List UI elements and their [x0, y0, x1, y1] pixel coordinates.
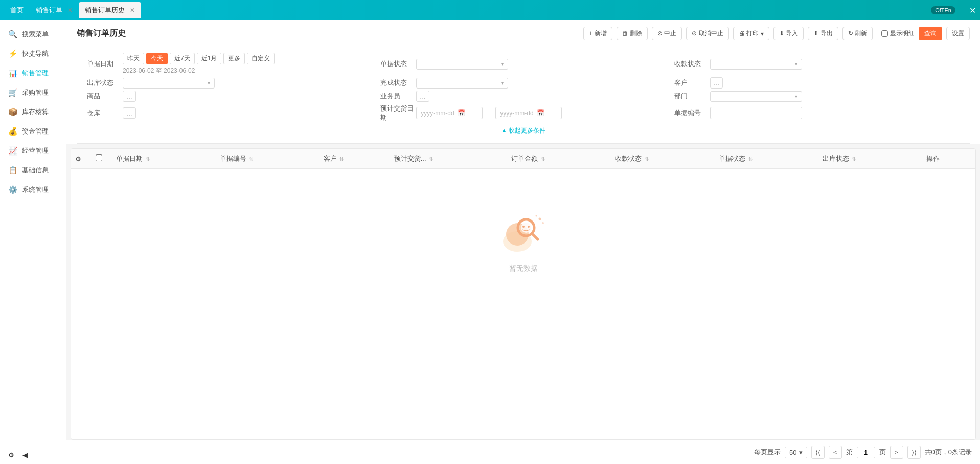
stop-button[interactable]: ⊘ 中止	[652, 27, 682, 40]
sort-customer-icon: ⇅	[339, 156, 344, 162]
tab-sales-order-close[interactable]: ✕	[67, 7, 73, 14]
total-text: 共0页，0条记录	[925, 448, 972, 457]
sidebar-item-purchase-mgmt-label: 采购管理	[22, 88, 49, 97]
refresh-button[interactable]: ↻ 刷新	[842, 27, 873, 40]
order-status-select[interactable]: ▾	[416, 59, 508, 70]
prev-page-button[interactable]: ＜	[829, 446, 842, 459]
date-btn-today[interactable]: 今天	[146, 53, 168, 64]
stop-button-label: ⊘ 中止	[657, 29, 676, 38]
sort-order-status-icon: ⇅	[748, 156, 753, 162]
th-payment-status-label: 收款状态	[615, 154, 642, 162]
date-btn-more[interactable]: 更多	[223, 53, 245, 64]
sidebar-item-operations[interactable]: 📈 经营管理	[0, 141, 66, 161]
completion-status-chevron: ▾	[501, 80, 504, 86]
new-button[interactable]: + 新增	[583, 27, 612, 40]
next-page-button[interactable]: ＞	[890, 446, 903, 459]
sidebar-item-inventory[interactable]: 📦 库存核算	[0, 102, 66, 122]
th-customer[interactable]: 客户 ⇅	[320, 149, 390, 169]
th-number[interactable]: 单据编号 ⇅	[216, 149, 320, 169]
print-button-label: 🖨 打印	[739, 29, 759, 38]
cancel-stop-button-label: ⊘ 取消中止	[692, 29, 723, 38]
completion-status-select[interactable]: ▾	[416, 78, 508, 89]
tab-sales-order[interactable]: 销售订单 ✕	[30, 2, 79, 18]
payment-status-chevron: ▾	[795, 61, 797, 67]
expected-delivery-label: 预计交货日期	[380, 104, 416, 122]
select-all-checkbox[interactable]	[96, 154, 102, 161]
salesperson-picker[interactable]: ...	[416, 91, 429, 102]
sidebar-item-purchase-mgmt[interactable]: 🛒 采购管理	[0, 83, 66, 102]
last-page-button[interactable]: ⟩⟩	[907, 446, 921, 459]
sidebar-item-sys-mgmt[interactable]: ⚙️ 系统管理	[0, 180, 66, 200]
sort-payment-status-icon: ⇅	[645, 156, 649, 162]
sidebar-item-finance[interactable]: 💰 资金管理	[0, 122, 66, 141]
expected-delivery-from[interactable]: yyyy-mm-dd 📅	[416, 107, 483, 119]
sidebar-item-search-menu[interactable]: 🔍 搜索菜单	[0, 25, 66, 44]
page-input[interactable]: 1	[857, 447, 875, 458]
display-detail-checkbox[interactable]: 显示明细	[881, 29, 915, 38]
print-button[interactable]: 🖨 打印 ▾	[733, 27, 769, 40]
customer-picker[interactable]: ...	[710, 77, 723, 89]
often-badge: OfTEn	[931, 6, 955, 14]
top-bar-close-icon[interactable]: ✕	[969, 6, 976, 15]
delete-button[interactable]: 🗑 删除	[617, 27, 648, 40]
gear-icon[interactable]: ⚙	[75, 155, 81, 163]
display-detail-input[interactable]	[881, 30, 888, 37]
sidebar-item-basic-info[interactable]: 📋 基础信息	[0, 161, 66, 180]
th-order-status[interactable]: 单据状态 ⇅	[715, 149, 818, 169]
department-select[interactable]: ▾	[710, 91, 802, 102]
export-button-label: ⬆ 导出	[813, 29, 832, 38]
expected-delivery-to[interactable]: yyyy-mm-dd 📅	[495, 107, 562, 119]
svg-point-8	[522, 226, 525, 228]
inventory-icon: 📦	[8, 107, 18, 117]
filter-goods: 商品 ...	[87, 91, 372, 102]
sidebar-item-quick-nav[interactable]: ⚡ 快捷导航	[0, 44, 66, 63]
tab-sales-order-history[interactable]: 销售订单历史 ✕	[79, 2, 141, 18]
query-button[interactable]: 查询	[919, 27, 942, 40]
th-customer-label: 客户	[324, 154, 337, 162]
page-title: 销售订单历史	[77, 28, 126, 39]
cancel-stop-button[interactable]: ⊘ 取消中止	[686, 27, 728, 40]
th-payment-status[interactable]: 收款状态 ⇅	[611, 149, 715, 169]
page-size-label: 每页显示	[754, 448, 781, 457]
order-number-label: 单据编号	[674, 108, 710, 118]
date-separator: —	[486, 109, 492, 117]
first-page-button[interactable]: ⟨⟨	[811, 446, 825, 459]
date-btn-custom[interactable]: 自定义	[247, 53, 275, 64]
sidebar-item-quick-nav-label: 快捷导航	[22, 49, 49, 58]
sidebar-collapse-icon[interactable]: ◀	[22, 451, 28, 459]
top-bar-right: ✕	[969, 6, 976, 15]
sidebar-item-sales-mgmt[interactable]: 📊 销售管理	[0, 63, 66, 83]
filter-payment-status: 收款状态 ▾	[674, 53, 960, 75]
th-date[interactable]: 单据日期 ⇅	[112, 149, 216, 169]
th-order-amount[interactable]: 订单金额 ⇅	[507, 149, 611, 169]
empty-state-cell: 暂无数据	[71, 169, 975, 315]
sidebar-item-sales-mgmt-label: 销售管理	[22, 69, 49, 78]
order-number-input[interactable]	[710, 107, 802, 119]
goods-picker[interactable]: ...	[123, 91, 136, 102]
import-button[interactable]: ⬇ 导入	[773, 27, 804, 40]
settings-button[interactable]: 设置	[946, 27, 970, 40]
payment-status-select[interactable]: ▾	[710, 59, 802, 70]
filter-warehouse: 仓库 ...	[87, 104, 372, 122]
th-delivery-status[interactable]: 出库状态 ⇅	[818, 149, 922, 169]
delete-button-label: 🗑 删除	[622, 29, 642, 38]
export-button[interactable]: ⬆ 导出	[808, 27, 838, 40]
date-btn-7days[interactable]: 近7天	[170, 53, 195, 64]
tab-sales-order-history-close[interactable]: ✕	[130, 7, 135, 14]
tab-home[interactable]: 首页	[4, 2, 30, 18]
page-size-select[interactable]: 50 ▾	[785, 447, 807, 458]
sidebar-item-finance-label: 资金管理	[22, 127, 49, 136]
date-btn-1month[interactable]: 近1月	[197, 53, 222, 64]
expected-delivery-from-placeholder: yyyy-mm-dd	[421, 109, 454, 117]
date-btn-yesterday[interactable]: 昨天	[123, 53, 144, 64]
order-status-label: 单据状态	[380, 59, 416, 69]
th-expected-delivery[interactable]: 预计交货... ⇅	[390, 149, 508, 169]
delivery-status-select[interactable]: ▾	[123, 78, 215, 89]
warehouse-picker[interactable]: ...	[123, 107, 136, 119]
sys-mgmt-icon: ⚙️	[8, 185, 18, 194]
th-actions: 操作	[922, 149, 975, 169]
th-number-label: 单据编号	[220, 154, 246, 162]
svg-point-9	[528, 226, 530, 228]
sidebar-settings-icon[interactable]: ⚙	[8, 451, 14, 459]
collapse-button[interactable]: ▲ 收起更多条件	[87, 124, 960, 137]
